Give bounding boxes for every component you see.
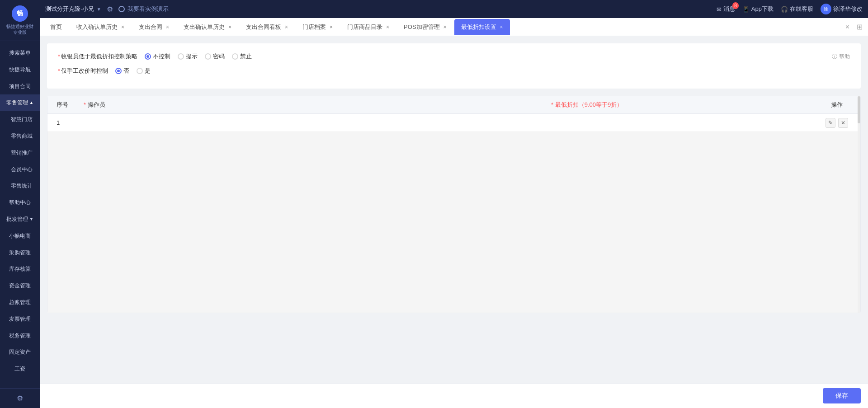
help-button[interactable]: ⓘ 帮助 [832,53,850,61]
sidebar-item-purchase[interactable]: 采购管理 [0,244,40,261]
chevron-down-icon: ▲ [29,100,33,106]
radio-no-control-label: 不控制 [153,52,170,61]
sidebar-item-fixed-assets[interactable]: 固定资产 [0,344,40,361]
project-dropdown-icon: ▼ [97,7,101,12]
tab-payment-contract-close[interactable]: × [166,24,169,30]
sidebar-item-project-contract[interactable]: 项目合同 [0,78,40,95]
td-seq: 1 [53,116,80,130]
edit-row-button[interactable]: ✎ [826,118,835,128]
sidebar-item-capital[interactable]: 资金管理 [0,277,40,294]
radio-no-control-circle [145,53,151,60]
td-discount [547,119,819,127]
sidebar-item-ledger[interactable]: 总账管理 [0,294,40,311]
online-service-label: 在线客服 [790,5,813,13]
radio-password-circle [205,53,211,60]
sidebar-item-retail-manage[interactable]: 零售管理 ▲ [0,94,40,111]
sidebar-item-invoice[interactable]: 发票管理 [0,311,40,328]
user-name: 徐泽华修改 [833,5,863,13]
tab-store-goods[interactable]: 门店商品目录 × [340,19,396,35]
form-card: *收银员低于最低折扣控制策略 不控制 提示 密码 [47,43,861,89]
topbar-project[interactable]: 测试分开克隆·小兄 ▼ [45,5,101,13]
radio-manual-no-circle [115,68,122,74]
tab-expand-icon[interactable]: ⊞ [855,21,864,33]
radio-no-control[interactable]: 不控制 [145,52,170,61]
tab-pos-manage-close[interactable]: × [443,24,447,30]
tab-payment-confirm-close[interactable]: × [228,24,231,30]
radio-manual-no[interactable]: 否 [115,67,129,75]
radio-manual-no-label: 否 [123,67,129,75]
sidebar-item-ecommerce[interactable]: 小畅电商 [0,228,40,244]
tab-min-discount-close[interactable]: × [500,24,503,30]
radio-password[interactable]: 密码 [205,52,225,61]
tab-payment-contract-label: 支出合同 [139,23,162,31]
scroll-track[interactable] [858,96,860,313]
app-logo-icon: 畅 [12,5,28,22]
tab-min-discount[interactable]: 最低折扣设置 × [454,19,510,35]
sidebar-item-inventory[interactable]: 库存核算 [0,261,40,277]
manual-price-row: *仅手工改价时控制 否 是 [58,67,850,75]
sidebar-item-retail-stats[interactable]: 零售统计 [0,178,40,194]
message-badge: 8 [732,2,739,9]
message-button[interactable]: ✉ 消息 8 [717,5,735,13]
tabbar-actions: × ⊞ [844,21,864,33]
settings-icon[interactable]: ⚙ [17,394,23,402]
tab-store-file-label: 门店档案 [302,23,326,31]
sidebar-item-search[interactable]: 搜索菜单 [0,45,40,61]
tab-payment-contract[interactable]: 支出合同 × [132,19,176,35]
sidebar-item-salary[interactable]: 工资 [0,361,40,377]
topbar-settings-icon[interactable]: ⚙ [107,5,113,14]
radio-forbid[interactable]: 禁止 [232,52,252,61]
tab-store-file[interactable]: 门店档案 × [296,19,340,35]
sidebar-item-retail-mall[interactable]: 零售商城 [0,128,40,145]
td-action: ✎ ✕ [819,114,855,131]
sidebar-item-smart-store[interactable]: 智慧门店 [0,111,40,128]
manual-price-options: 否 是 [115,67,151,75]
demo-link[interactable]: 我要看实例演示 [118,5,169,13]
user-profile[interactable]: 徐 徐泽华修改 [821,4,863,14]
tab-payment-board-close[interactable]: × [285,24,288,30]
tab-payment-confirm[interactable]: 支出确认单历史 × [177,19,238,35]
tab-pos-manage-label: POS加密管理 [404,23,439,31]
delete-row-button[interactable]: ✕ [838,118,848,128]
tab-min-discount-label: 最低折扣设置 [461,23,496,31]
sidebar-item-help-center[interactable]: 帮助中心 [0,194,40,211]
save-button[interactable]: 保存 [823,388,861,403]
tab-pos-manage[interactable]: POS加密管理 × [397,19,453,35]
radio-manual-yes[interactable]: 是 [137,67,151,75]
message-icon: ✉ [717,6,722,13]
app-download-label: App下载 [751,5,774,13]
help-label: 帮助 [839,53,850,61]
topbar: 测试分开克隆·小兄 ▼ ⚙ 我要看实例演示 ✉ 消息 8 📱 App下载 🎧 在… [40,0,868,18]
tab-income-confirm-label: 收入确认单历史 [76,23,118,31]
sidebar-item-tax[interactable]: 税务管理 [0,328,40,344]
tab-close-icon[interactable]: × [844,21,851,33]
sidebar-item-quick-nav[interactable]: 快捷导航 [0,61,40,78]
topbar-right: ✉ 消息 8 📱 App下载 🎧 在线客服 徐 徐泽华修改 [717,4,863,14]
app-download-button[interactable]: 📱 App下载 [742,5,774,13]
tab-payment-board[interactable]: 支出合同看板 × [239,19,295,35]
th-action: 操作 [819,96,855,113]
radio-password-label: 密码 [213,52,225,61]
sidebar-item-batch-manage[interactable]: 批发管理 ▼ [0,211,40,228]
discount-policy-options: 不控制 提示 密码 禁止 [145,52,252,61]
tab-income-confirm-close[interactable]: × [121,24,124,30]
scroll-thumb[interactable] [858,96,860,123]
headset-icon: 🎧 [781,6,788,13]
tab-store-goods-label: 门店商品目录 [347,23,382,31]
content-footer: 保存 [40,383,868,408]
radio-manual-yes-circle [137,68,143,74]
th-discount: * 最低折扣（9.00等于9折） [547,96,819,113]
tab-home[interactable]: 首页 [43,19,69,35]
main-area: 测试分开克隆·小兄 ▼ ⚙ 我要看实例演示 ✉ 消息 8 📱 App下载 🎧 在… [40,0,868,408]
tab-store-file-close[interactable]: × [330,24,333,30]
help-icon: ⓘ [832,53,837,61]
sidebar-item-member-center[interactable]: 会员中心 [0,161,40,178]
sidebar-bottom: ⚙ [0,388,40,408]
online-service-button[interactable]: 🎧 在线客服 [781,5,813,13]
sidebar-item-marketing[interactable]: 营销推广 [0,145,40,161]
radio-remind[interactable]: 提示 [178,52,198,61]
tab-store-goods-close[interactable]: × [386,24,389,30]
table-body: 1 ✎ ✕ [47,114,860,132]
tab-income-confirm[interactable]: 收入确认单历史 × [70,19,131,35]
tab-payment-board-label: 支出合同看板 [246,23,281,31]
